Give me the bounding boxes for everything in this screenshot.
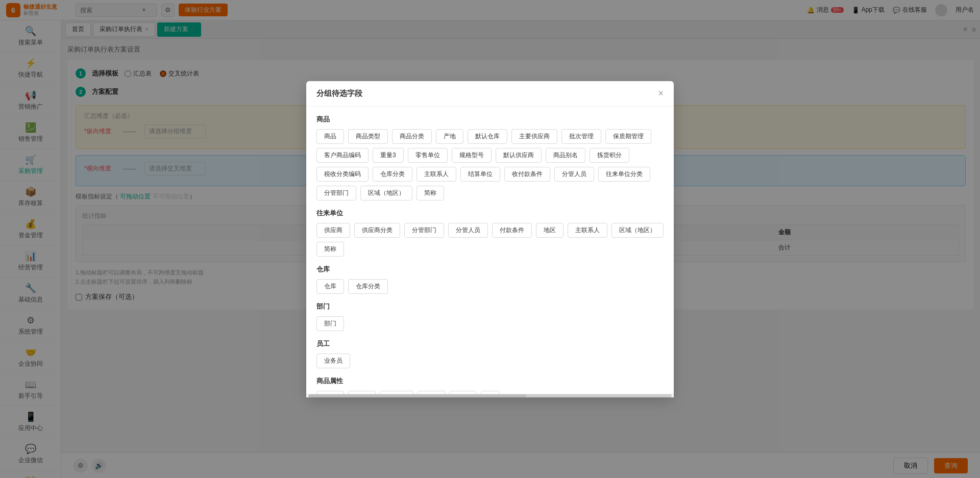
field-tag[interactable]: 结算单位 [460, 167, 500, 182]
field-tag[interactable]: 主联系人 [416, 167, 456, 182]
field-tag[interactable]: 商品别名 [546, 148, 585, 163]
field-section-department: 部门 部门 [316, 302, 664, 331]
field-tag[interactable]: 商品类型 [348, 129, 388, 144]
field-tag[interactable]: 重量3 [373, 148, 404, 163]
field-section-partner-title: 往来单位 [316, 209, 664, 218]
field-select-modal: 分组待选字段 × 商品 商品 商品类型 商品分类 产地 默认仓库 主要供应商 批… [306, 81, 674, 397]
field-tag[interactable]: 收付款条件 [504, 167, 550, 182]
modal-scrollbar-thumb [308, 394, 526, 397]
field-grid-partner: 供应商 供应商分类 分管部门 分管人员 付款条件 地区 主联系人 区域（地区） … [316, 223, 664, 257]
field-tag[interactable]: 规格型号 [452, 148, 492, 163]
field-tag[interactable]: 简称 [416, 186, 444, 200]
field-tag[interactable]: 保质期管理 [605, 129, 651, 144]
field-grid-department: 部门 [316, 316, 664, 331]
modal-title: 分组待选字段 [316, 89, 362, 98]
field-section-product: 商品 商品 商品类型 商品分类 产地 默认仓库 主要供应商 批次管理 保质期管理… [316, 115, 664, 200]
field-tag[interactable]: 默认供应商 [496, 148, 542, 163]
field-section-warehouse-title: 仓库 [316, 265, 664, 274]
field-tag[interactable]: 业务员 [316, 354, 350, 368]
modal-scrollbar[interactable] [308, 394, 672, 397]
field-tag[interactable]: 零售单位 [408, 148, 448, 163]
field-section-partner: 往来单位 供应商 供应商分类 分管部门 分管人员 付款条件 地区 主联系人 区域… [316, 209, 664, 257]
field-tag[interactable]: 分管人员 [554, 167, 594, 182]
modal-overlay[interactable]: 分组待选字段 × 商品 商品 商品类型 商品分类 产地 默认仓库 主要供应商 批… [0, 0, 980, 478]
field-tag[interactable]: 地区 [536, 223, 564, 238]
field-tag[interactable]: 简称 [316, 242, 344, 257]
field-tag[interactable]: 仓库分类 [373, 167, 412, 182]
field-tag[interactable]: 主联系人 [568, 223, 607, 238]
modal-header: 分组待选字段 × [306, 81, 674, 107]
field-tag[interactable]: 税收分类编码 [316, 167, 369, 182]
field-tag[interactable]: 分管部门 [404, 223, 444, 238]
field-tag[interactable]: 产地 [436, 129, 463, 144]
field-tag[interactable]: 部门 [316, 316, 344, 331]
field-tag[interactable]: 客户商品编码 [316, 148, 369, 163]
field-tag[interactable]: 往来单位分类 [598, 167, 650, 182]
field-section-product-title: 商品 [316, 115, 664, 124]
field-tag[interactable]: 供应商 [316, 223, 350, 238]
field-tag[interactable]: 区域（地区） [611, 223, 664, 238]
field-tag[interactable]: 默认仓库 [468, 129, 507, 144]
field-tag[interactable]: 商品 [316, 129, 344, 144]
field-section-department-title: 部门 [316, 302, 664, 311]
field-grid-employee: 业务员 [316, 354, 664, 368]
field-section-product-attr: 商品属性 属性 颜色 多规格 尺码 鞋码 1 [316, 376, 664, 394]
field-tag[interactable]: 商品分类 [392, 129, 432, 144]
field-tag[interactable]: 供应商分类 [354, 223, 400, 238]
field-section-employee: 员工 业务员 [316, 339, 664, 368]
field-tag[interactable]: 拣货积分 [590, 148, 629, 163]
field-grid-product: 商品 商品类型 商品分类 产地 默认仓库 主要供应商 批次管理 保质期管理 客户… [316, 129, 664, 200]
field-tag[interactable]: 分管部门 [316, 186, 356, 200]
field-tag[interactable]: 批次管理 [561, 129, 601, 144]
field-grid-warehouse: 仓库 仓库分类 [316, 279, 664, 294]
modal-scrollbar-area [306, 394, 674, 397]
modal-close-button[interactable]: × [658, 88, 664, 99]
field-tag[interactable]: 主要供应商 [511, 129, 557, 144]
field-tag[interactable]: 仓库分类 [348, 279, 388, 294]
field-tag[interactable]: 仓库 [316, 279, 344, 294]
modal-body: 商品 商品 商品类型 商品分类 产地 默认仓库 主要供应商 批次管理 保质期管理… [306, 107, 674, 394]
field-tag[interactable]: 付款条件 [492, 223, 532, 238]
field-section-warehouse: 仓库 仓库 仓库分类 [316, 265, 664, 294]
field-tag[interactable]: 区域（地区） [360, 186, 412, 200]
field-section-product-attr-title: 商品属性 [316, 376, 664, 386]
field-tag[interactable]: 分管人员 [448, 223, 488, 238]
field-section-employee-title: 员工 [316, 339, 664, 348]
